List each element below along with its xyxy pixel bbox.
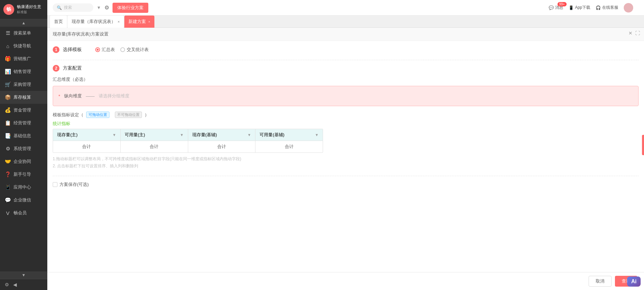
section-divider-1 bbox=[53, 60, 639, 60]
step2-label: 方案配置 bbox=[63, 65, 82, 71]
save-plan-label: 方案保存(可选) bbox=[59, 182, 89, 188]
marketing-icon: 🎁 bbox=[5, 56, 11, 62]
sidebar-item-app-center[interactable]: 📱 应用中心 bbox=[0, 181, 47, 194]
sidebar-scroll-up[interactable]: ▲ bbox=[0, 19, 47, 27]
step1-badge: 1 bbox=[53, 46, 59, 53]
dimension-required-star: * bbox=[58, 94, 60, 99]
sidebar-nav: ☰ 搜索菜单 ⌂ 快捷导航 🎁 营销推广 📊 销售管理 🛒 采购管理 📦 库存核… bbox=[0, 27, 47, 271]
sidebar-item-basic-info[interactable]: 📑 基础信息 bbox=[0, 129, 47, 142]
sidebar-item-enterprise-wechat[interactable]: 💬 企业微信 bbox=[0, 194, 47, 207]
system-icon: ⚙ bbox=[5, 146, 11, 152]
sidebar-item-marketing[interactable]: 🎁 营销推广 bbox=[0, 52, 47, 65]
summary-dimension-label: 汇总维度（必选） bbox=[53, 76, 639, 82]
sidebar-item-label: 营销推广 bbox=[14, 56, 31, 62]
section-divider-2 bbox=[53, 176, 639, 176]
sidebar-item-label: 新手引导 bbox=[14, 171, 31, 177]
sidebar-item-search-menu[interactable]: ☰ 搜索菜单 bbox=[0, 27, 47, 40]
sidebar-item-vip[interactable]: V 畅会员 bbox=[0, 207, 47, 219]
step2-section: 2 方案配置 汇总维度（必选） * 纵向维度 —— 请选择分组维度 bbox=[53, 65, 639, 169]
main-area: 🔍 搜索 ▼ ⚙ 体验行业方案 💬 消息 99+ 📱 App下载 🎧 在线客服 bbox=[47, 0, 644, 290]
indicator-col-value-1: 合计 bbox=[53, 141, 121, 152]
save-plan-checkbox[interactable] bbox=[53, 182, 57, 187]
dimension-placeholder: 请选择分组维度 bbox=[99, 93, 129, 99]
inventory-icon: 📦 bbox=[5, 94, 11, 100]
dimension-label: 纵向维度 bbox=[64, 93, 82, 99]
tab-home[interactable]: 首页 bbox=[50, 16, 67, 28]
cancel-button[interactable]: 取消 bbox=[589, 276, 612, 287]
settings-icon[interactable]: ⚙ bbox=[5, 282, 9, 287]
page-panel: ✕ ⛶ 现存量(库存状况表)方案设置 1 选择模板 汇总表 bbox=[47, 28, 644, 290]
sidebar-item-purchase[interactable]: 🛒 采购管理 bbox=[0, 78, 47, 91]
sidebar-item-enterprise[interactable]: 🤝 企业协同 bbox=[0, 155, 47, 168]
indicator-col-header-label-4: 可用量(基辅) bbox=[259, 132, 284, 138]
sidebar-item-label: 经营管理 bbox=[14, 120, 31, 126]
sidebar-item-operations[interactable]: 📋 经营管理 bbox=[0, 117, 47, 129]
topbar-search-box[interactable]: 🔍 搜索 bbox=[53, 3, 93, 12]
ai-badge[interactable]: Ai bbox=[627, 276, 641, 287]
user-avatar[interactable] bbox=[624, 3, 633, 13]
collapse-icon[interactable]: ◀ bbox=[13, 282, 17, 287]
dimension-selector[interactable]: * 纵向维度 —— 请选择分组维度 bbox=[53, 86, 639, 106]
sales-icon: 📊 bbox=[5, 69, 11, 75]
step2-header: 2 方案配置 bbox=[53, 65, 639, 72]
panel-title: 现存量(库存状况表)方案设置 bbox=[47, 28, 644, 41]
app-name: 畅康通好生意 bbox=[17, 4, 41, 10]
indicator-col-header-1[interactable]: 现存量(主) ▼ bbox=[53, 129, 121, 141]
online-service-label: 在线客服 bbox=[602, 5, 618, 10]
sidebar: 畅 畅康通好生意 标准版 ▲ ☰ 搜索菜单 ⌂ 快捷导航 🎁 营销推广 📊 销售… bbox=[0, 0, 47, 290]
tips-section: 1.拖动标题栏可以调整布局，不可跨维度或指标区域拖动栏目字段(只能在同一维度或指… bbox=[53, 156, 639, 169]
indicator-settings-label: 模板指标设定（ 可拖动位置 不可拖动位置 ） bbox=[53, 112, 639, 118]
save-plan-checkbox-area[interactable]: 方案保存(可选) bbox=[53, 182, 639, 188]
sidebar-item-label: 销售管理 bbox=[14, 69, 31, 75]
radio-cross[interactable]: 交叉统计表 bbox=[120, 47, 149, 53]
draggable-tag: 可拖动位置 bbox=[86, 112, 109, 118]
app-edition: 标准版 bbox=[17, 10, 41, 15]
indicator-col-header-4[interactable]: 可用量(基辅) ▼ bbox=[255, 129, 323, 141]
tab-home-label: 首页 bbox=[54, 19, 63, 25]
sidebar-item-system[interactable]: ⚙ 系统管理 bbox=[0, 142, 47, 155]
sidebar-item-label: 系统管理 bbox=[14, 146, 31, 152]
online-service-item[interactable]: 🎧 在线客服 bbox=[596, 5, 618, 10]
col-chevron-1[interactable]: ▼ bbox=[113, 133, 116, 137]
tab-inventory-status-label: 现存量（库存状况表） bbox=[72, 19, 116, 25]
indicator-col-header-label-1: 现存量(主) bbox=[57, 132, 78, 138]
col-chevron-3[interactable]: ▼ bbox=[247, 133, 251, 137]
tab-inventory-status-close[interactable]: × bbox=[118, 20, 120, 24]
app-download-label: App下载 bbox=[575, 5, 590, 10]
indicator-settings-text: 模板指标设定（ bbox=[53, 112, 83, 118]
radio-summary-dot bbox=[95, 47, 100, 52]
topbar-gear-icon[interactable]: ⚙ bbox=[104, 4, 109, 11]
app-logo-icon: 畅 bbox=[3, 4, 14, 15]
tab-inventory-status[interactable]: 现存量（库存状况表） × bbox=[68, 16, 124, 28]
tab-new-plan[interactable]: 新建方案 × bbox=[124, 16, 154, 28]
tab-new-plan-close[interactable]: × bbox=[148, 20, 150, 24]
right-edge-hint[interactable] bbox=[642, 135, 644, 155]
topbar-chevron-icon[interactable]: ▼ bbox=[97, 5, 101, 10]
sidebar-item-inventory[interactable]: 📦 库存核算 bbox=[0, 91, 47, 104]
indicator-col-header-3[interactable]: 现存量(基辅) ▼ bbox=[188, 129, 256, 141]
col-chevron-2[interactable]: ▼ bbox=[180, 133, 184, 137]
industry-plan-button[interactable]: 体验行业方案 bbox=[113, 3, 148, 13]
sidebar-item-new-guide[interactable]: ❓ 新手引导 bbox=[0, 168, 47, 181]
new-guide-icon: ❓ bbox=[5, 171, 11, 177]
indicator-col-value-4: 合计 bbox=[255, 141, 323, 152]
sidebar-item-label: 畅会员 bbox=[14, 210, 27, 216]
sidebar-logo: 畅 畅康通好生意 标准版 bbox=[0, 0, 47, 19]
sidebar-item-sales[interactable]: 📊 销售管理 bbox=[0, 65, 47, 78]
radio-summary[interactable]: 汇总表 bbox=[95, 47, 115, 53]
content-area: ✕ ⛶ 现存量(库存状况表)方案设置 1 选择模板 汇总表 bbox=[47, 28, 644, 290]
sidebar-scroll-down[interactable]: ▼ bbox=[0, 271, 47, 279]
sidebar-item-finance[interactable]: 💰 资金管理 bbox=[0, 104, 47, 117]
message-item[interactable]: 💬 消息 99+ bbox=[549, 5, 563, 10]
app-download-icon: 📱 bbox=[569, 5, 574, 10]
search-placeholder: 搜索 bbox=[64, 5, 72, 10]
tips-item-1: 1.拖动标题栏可以调整布局，不可跨维度或指标区域拖动栏目字段(只能在同一维度或指… bbox=[53, 156, 639, 162]
app-download-item[interactable]: 📱 App下载 bbox=[569, 5, 590, 10]
col-chevron-4[interactable]: ▼ bbox=[315, 133, 319, 137]
sidebar-item-quick-nav[interactable]: ⌂ 快捷导航 bbox=[0, 40, 47, 52]
indicator-col-header-2[interactable]: 可用量(主) ▼ bbox=[121, 129, 188, 141]
tabs-bar: 首页 现存量（库存状况表） × 新建方案 × bbox=[47, 16, 644, 28]
sidebar-item-label: 资金管理 bbox=[14, 107, 31, 113]
close-panel-icon[interactable]: ✕ bbox=[628, 30, 633, 36]
expand-panel-icon[interactable]: ⛶ bbox=[635, 30, 640, 36]
